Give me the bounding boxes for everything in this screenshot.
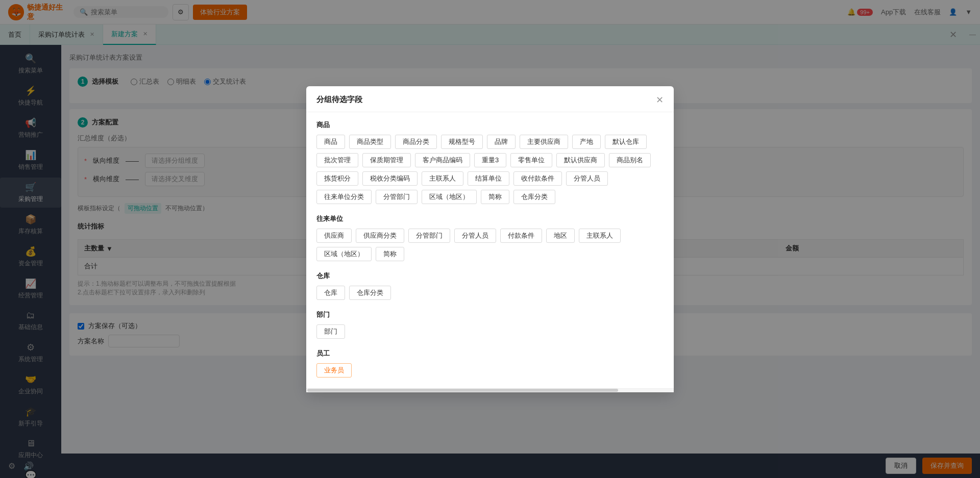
tag-仓库分类[interactable]: 仓库分类 [513,190,555,204]
modal-scrollbar-thumb [307,389,618,392]
tag-商品别名[interactable]: 商品别名 [609,153,651,167]
tag-客户商品编码[interactable]: 客户商品编码 [415,153,470,167]
tag-默认供应商[interactable]: 默认供应商 [556,153,605,167]
tag-简称[interactable]: 简称 [376,247,404,261]
tag-规格型号[interactable]: 规格型号 [441,135,483,149]
tag-产地[interactable]: 产地 [572,135,601,149]
tag-分管人员[interactable]: 分管人员 [566,171,608,186]
tag-批次管理[interactable]: 批次管理 [316,153,358,167]
tag-分管部门[interactable]: 分管部门 [408,229,450,243]
tag-往来单位分类[interactable]: 往来单位分类 [316,190,372,204]
modal-overlay: 分组待选字段 ✕ 商品商品商品类型商品分类规格型号品牌主要供应商产地默认仓库批次… [0,0,980,478]
modal-section-员工: 员工业务员 [316,349,664,378]
modal-section-title: 部门 [316,310,664,319]
tag-简称[interactable]: 简称 [481,190,509,204]
modal-close-button[interactable]: ✕ [656,94,664,106]
tag-分管人员[interactable]: 分管人员 [454,229,496,243]
tag-付款条件[interactable]: 付款条件 [500,229,542,243]
tag-拣货积分[interactable]: 拣货积分 [316,171,358,186]
modal-body: 商品商品商品类型商品分类规格型号品牌主要供应商产地默认仓库批次管理保质期管理客户… [306,112,674,388]
modal-section-title: 仓库 [316,271,664,281]
modal-section-往来单位: 往来单位供应商供应商分类分管部门分管人员付款条件地区主联系人区域（地区）简称 [316,214,664,261]
tag-重量3[interactable]: 重量3 [474,153,506,167]
tag-主要供应商[interactable]: 主要供应商 [520,135,568,149]
tag-地区[interactable]: 地区 [546,229,575,243]
modal-section-部门: 部门部门 [316,310,664,339]
tag-主联系人[interactable]: 主联系人 [579,229,621,243]
tag-grid: 部门 [316,324,664,339]
tag-仓库[interactable]: 仓库 [316,286,345,300]
tag-结算单位[interactable]: 结算单位 [468,171,509,186]
modal-scrollbar[interactable] [306,388,674,392]
tag-区域（地区）[interactable]: 区域（地区） [316,247,372,261]
modal-section-title: 商品 [316,120,664,130]
tag-grid: 仓库仓库分类 [316,286,664,300]
tag-仓库分类[interactable]: 仓库分类 [349,286,391,300]
modal-section-仓库: 仓库仓库仓库分类 [316,271,664,300]
modal-section-title: 员工 [316,349,664,358]
tag-供应商[interactable]: 供应商 [316,229,352,243]
modal-title: 分组待选字段 [316,95,362,105]
tag-供应商分类[interactable]: 供应商分类 [356,229,404,243]
tag-默认仓库[interactable]: 默认仓库 [605,135,647,149]
tag-品牌[interactable]: 品牌 [487,135,516,149]
tag-grid: 业务员 [316,363,664,378]
tag-区域（地区）[interactable]: 区域（地区） [422,190,477,204]
modal-header: 分组待选字段 ✕ [306,86,674,112]
tag-部门[interactable]: 部门 [316,324,345,339]
tag-保质期管理[interactable]: 保质期管理 [362,153,411,167]
tag-收付款条件[interactable]: 收付款条件 [513,171,562,186]
tag-税收分类编码[interactable]: 税收分类编码 [362,171,418,186]
tag-分管部门[interactable]: 分管部门 [376,190,418,204]
modal: 分组待选字段 ✕ 商品商品商品类型商品分类规格型号品牌主要供应商产地默认仓库批次… [306,86,674,392]
tag-商品分类[interactable]: 商品分类 [395,135,437,149]
tag-grid: 供应商供应商分类分管部门分管人员付款条件地区主联系人区域（地区）简称 [316,229,664,261]
tag-商品[interactable]: 商品 [316,135,345,149]
modal-section-title: 往来单位 [316,214,664,223]
tag-grid: 商品商品类型商品分类规格型号品牌主要供应商产地默认仓库批次管理保质期管理客户商品… [316,135,664,204]
tag-商品类型[interactable]: 商品类型 [349,135,391,149]
tag-业务员[interactable]: 业务员 [316,363,352,378]
modal-section-商品: 商品商品商品类型商品分类规格型号品牌主要供应商产地默认仓库批次管理保质期管理客户… [316,120,664,204]
tag-零售单位[interactable]: 零售单位 [510,153,552,167]
tag-主联系人[interactable]: 主联系人 [422,171,463,186]
